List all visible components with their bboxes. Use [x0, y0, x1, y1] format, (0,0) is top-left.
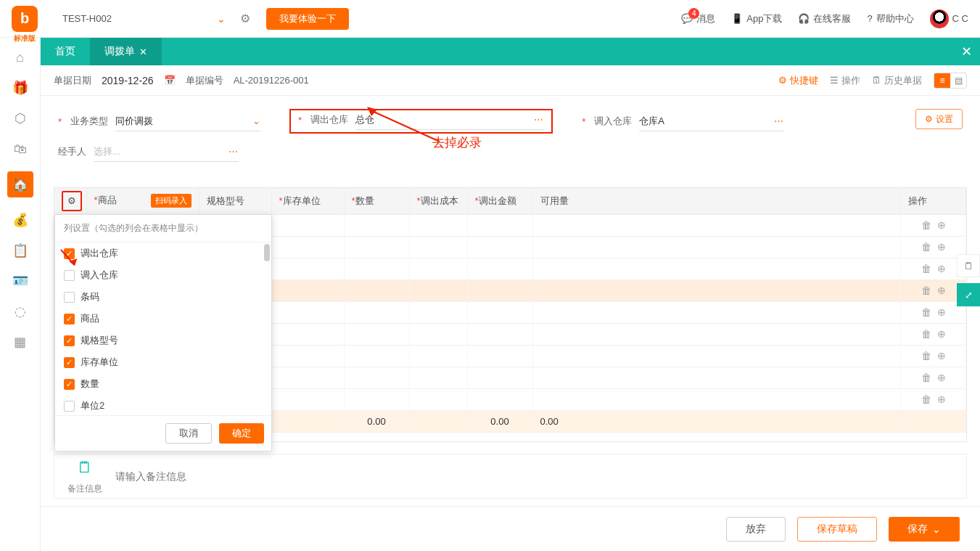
trial-button[interactable]: 我要体验一下	[266, 8, 349, 30]
delete-icon[interactable]: 🗑	[921, 285, 931, 296]
nav-service[interactable]: 🎧 在线客服	[798, 12, 851, 25]
hotkeys-link[interactable]: ⚙快捷键	[778, 74, 818, 87]
rail-gift-icon[interactable]: 🎁	[12, 80, 28, 96]
biztype-label: 业务类型	[70, 115, 108, 128]
col-option-label: 调入仓库	[81, 269, 118, 282]
nav-app-download[interactable]: 📱 App下载	[731, 12, 782, 25]
gear-icon: ⚙	[62, 191, 82, 211]
nav-user[interactable]: C C	[930, 9, 968, 28]
col-option[interactable]: 条码	[64, 286, 263, 308]
more-icon[interactable]: ⋯	[774, 115, 784, 126]
more-icon[interactable]: ⋯	[534, 114, 544, 125]
field-out-warehouse[interactable]: * 调出仓库 总仓⋯	[289, 109, 553, 134]
checkbox-icon: ✓	[64, 357, 75, 368]
scrollbar-thumb[interactable]	[264, 244, 270, 261]
checkbox-icon: ✓	[64, 248, 75, 259]
col-option[interactable]: ✓数量	[64, 373, 263, 395]
docno-value: AL-20191226-001	[234, 75, 309, 86]
delete-icon[interactable]: 🗑	[921, 393, 931, 405]
footer-cost: 0.00	[467, 410, 532, 432]
delete-icon[interactable]: 🗑	[921, 263, 931, 274]
col-option[interactable]: ✓商品	[64, 308, 263, 330]
remark-label: 备注信息	[67, 483, 102, 495]
outwh-value: 总仓	[355, 113, 374, 126]
delete-icon[interactable]: 🗑	[921, 328, 931, 340]
rail-house-icon[interactable]: ⬡	[12, 110, 28, 126]
doc-header: 单据日期 2019-12-26 📅 单据编号 AL-20191226-001 ⚙…	[41, 65, 980, 96]
top-right-nav: 💬 消息 4 📱 App下载 🎧 在线客服 ? 帮助中心 C C	[681, 9, 968, 28]
delete-icon[interactable]: 🗑	[921, 241, 931, 253]
chevron-down-icon[interactable]: ⌄	[252, 115, 260, 126]
tab-home[interactable]: 首页	[41, 38, 90, 65]
insert-icon[interactable]: ⊕	[937, 219, 946, 231]
col-option[interactable]: 调入仓库	[64, 264, 263, 286]
nav-help[interactable]: ? 帮助中心	[867, 12, 913, 25]
nav-messages[interactable]: 💬 消息 4	[681, 12, 715, 25]
discard-button[interactable]: 放弃	[726, 517, 786, 542]
insert-icon[interactable]: ⊕	[937, 306, 946, 318]
rail-new-icon[interactable]: ▦	[12, 334, 28, 350]
user-name: C C	[952, 13, 968, 24]
field-biztype[interactable]: * 业务类型 同价调拨⌄	[58, 109, 260, 134]
field-handler[interactable]: 经手人 选择...⋯	[58, 139, 239, 164]
settings-button[interactable]: ⚙设置	[915, 109, 963, 129]
ok-button[interactable]: 确定	[219, 423, 264, 444]
date-value[interactable]: 2019-12-26	[102, 75, 154, 86]
field-in-warehouse[interactable]: * 调入仓库 仓库A⋯	[582, 109, 784, 134]
headset-icon: 🎧	[798, 13, 810, 24]
scan-badge[interactable]: 扫码录入	[151, 194, 192, 208]
store-selector[interactable]: TEST-H002 ⌄	[55, 8, 233, 30]
col-op: 操作	[901, 188, 966, 214]
col-product: *商品扫码录入	[86, 188, 199, 214]
insert-icon[interactable]: ⊕	[937, 285, 946, 296]
delete-icon[interactable]: 🗑	[921, 350, 931, 362]
insert-icon[interactable]: ⊕	[937, 372, 946, 383]
col-option[interactable]: ✓库存单位	[64, 351, 263, 373]
hotkeys-label: 快捷键	[790, 74, 818, 87]
cancel-button[interactable]: 取消	[165, 423, 212, 444]
save-draft-button[interactable]: 保存草稿	[797, 517, 877, 542]
delete-icon[interactable]: 🗑	[921, 306, 931, 318]
col-option-label: 条码	[81, 290, 99, 303]
calendar-icon[interactable]: 📅	[164, 75, 176, 86]
expand-icon[interactable]: ⤢	[957, 283, 980, 306]
insert-icon[interactable]: ⊕	[937, 350, 946, 362]
col-option[interactable]: ✓调出仓库	[64, 242, 263, 264]
more-icon[interactable]: ⋯	[228, 146, 239, 157]
rail-contact-icon[interactable]: 🪪	[12, 273, 28, 289]
column-settings-popover: 列设置（勾选的列会在表格中显示） ✓调出仓库 调入仓库 条码 ✓商品 ✓规格型号…	[54, 214, 272, 452]
note-float-icon[interactable]: 🗒	[957, 254, 980, 277]
tab-bar: 首页 调拨单 ✕ ✕	[41, 38, 980, 65]
checkbox-icon: ✓	[64, 314, 75, 325]
rail-money-icon[interactable]: 💰	[12, 212, 28, 228]
insert-icon[interactable]: ⊕	[937, 263, 946, 274]
remark-input[interactable]	[115, 470, 953, 482]
view-list-icon[interactable]: ≡	[934, 73, 950, 88]
history-link[interactable]: 🗓历史单据	[872, 74, 922, 87]
popover-buttons: 取消 确定	[55, 416, 271, 451]
insert-icon[interactable]: ⊕	[937, 328, 946, 340]
delete-icon[interactable]: 🗑	[921, 372, 931, 383]
rail-home-icon[interactable]: ⌂	[12, 49, 28, 65]
col-option[interactable]: 单位2	[64, 395, 263, 416]
save-button[interactable]: 保存⌄	[889, 517, 960, 542]
view-grid-icon[interactable]: ▤	[950, 73, 966, 88]
insert-icon[interactable]: ⊕	[937, 241, 946, 253]
ops-link[interactable]: ☰操作	[830, 74, 860, 87]
rail-cycle-icon[interactable]: ◌	[12, 303, 28, 319]
tab-transfer[interactable]: 调拨单 ✕	[90, 38, 162, 65]
col-option-label: 库存单位	[81, 356, 118, 369]
rail-warehouse-icon[interactable]: 🏠	[7, 171, 33, 197]
checkbox-icon	[64, 401, 75, 412]
insert-icon[interactable]: ⊕	[937, 393, 946, 405]
col-option[interactable]: ✓规格型号	[64, 330, 263, 351]
delete-icon[interactable]: 🗑	[921, 219, 931, 231]
rail-clipboard-icon[interactable]: 📋	[12, 242, 28, 258]
col-settings-header[interactable]: ⚙ 列设置（勾选的列会在表格中显示） ✓调出仓库 调入仓库 条码 ✓商品 ✓规格…	[54, 188, 86, 214]
gear-icon[interactable]: ⚙	[240, 12, 250, 25]
col-spec: 规格型号	[199, 188, 271, 214]
left-rail: ⌂ 🎁 ⬡ 🛍 🏠 💰 📋 🪪 ◌ ▦	[0, 38, 41, 551]
close-all-tabs[interactable]: ✕	[952, 38, 980, 65]
close-icon[interactable]: ✕	[139, 46, 147, 57]
rail-bag-icon[interactable]: 🛍	[12, 141, 28, 157]
